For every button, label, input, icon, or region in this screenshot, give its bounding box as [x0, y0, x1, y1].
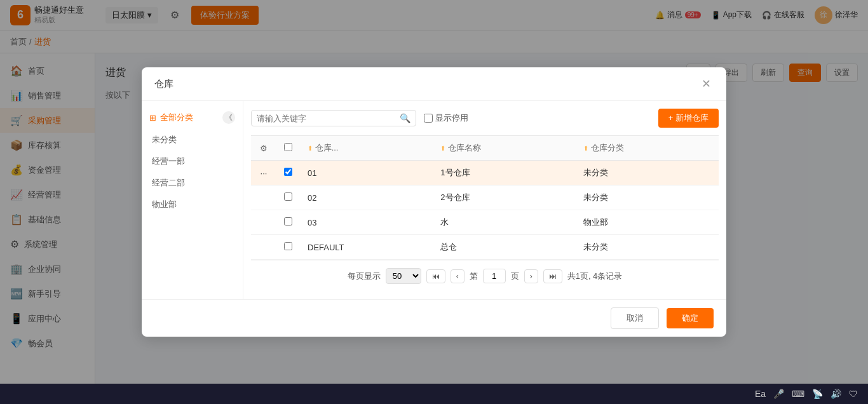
grid-icon: ⊞ [149, 113, 156, 123]
col-header-code: ⬆ 仓库... [300, 136, 433, 161]
row-name: 1号仓库 [433, 161, 576, 185]
page-summary: 共1页, 4条记录 [567, 271, 623, 282]
category-item-op2[interactable]: 经营二部 [142, 172, 243, 194]
table-row[interactable]: 03 水 物业部 [251, 210, 719, 235]
page-input[interactable] [483, 269, 506, 283]
per-page-select[interactable]: 50 20 100 [386, 268, 421, 284]
search-input-wrap: 🔍 [251, 110, 416, 126]
modal-header: 仓库 ✕ [142, 67, 726, 101]
col-header-name: ⬆ 仓库名称 [433, 136, 576, 161]
table-panel: 🔍 显示停用 + 新增仓库 ⚙ [243, 101, 726, 299]
show-disabled-wrap: 显示停用 [424, 112, 468, 124]
table-row[interactable]: ··· 01 1号仓库 未分类 [251, 161, 719, 185]
row-checkbox-cell[interactable] [276, 185, 300, 210]
row-checkbox[interactable] [284, 242, 292, 250]
col-header-gear: ⚙ [251, 136, 276, 161]
pagination: 每页显示 50 20 100 ⏮ ‹ 第 页 › ⏭ 共1页, 4条记录 [251, 260, 719, 292]
row-category: 未分类 [576, 161, 719, 185]
first-page-button[interactable]: ⏮ [426, 269, 445, 283]
cancel-button[interactable]: 取消 [611, 307, 659, 329]
sort-icon-cat: ⬆ [583, 145, 588, 152]
select-all-checkbox[interactable] [284, 143, 292, 151]
all-categories-item[interactable]: ⊞ 全部分类 《 [142, 106, 243, 129]
last-page-button[interactable]: ⏭ [543, 269, 562, 283]
row-code: 03 [300, 210, 433, 235]
row-name: 水 [433, 210, 576, 235]
category-item-uncat[interactable]: 未分类 [142, 129, 243, 151]
taskbar-label: Ea [755, 389, 766, 399]
row-checkbox-cell[interactable] [276, 235, 300, 260]
row-code: DEFAULT [300, 235, 433, 260]
row-category: 未分类 [576, 185, 719, 210]
collapse-button[interactable]: 《 [222, 111, 235, 124]
row-category: 未分类 [576, 235, 719, 260]
all-categories-label: 全部分类 [160, 112, 193, 123]
modal-close-button[interactable]: ✕ [698, 76, 714, 91]
warehouse-modal: 仓库 ✕ ⊞ 全部分类 《 未分类 经营一部 经营二部 物业部 [142, 67, 726, 337]
row-checkbox[interactable] [284, 168, 292, 176]
confirm-button[interactable]: 确定 [667, 308, 714, 328]
keyboard-icon[interactable]: ⌨ [792, 389, 804, 399]
sort-icon-code: ⬆ [308, 145, 313, 152]
row-code: 01 [300, 161, 433, 185]
show-disabled-label: 显示停用 [435, 112, 468, 124]
table-row[interactable]: DEFAULT 总仓 未分类 [251, 235, 719, 260]
row-gear [251, 235, 276, 260]
table-wrapper: ⚙ ⬆ 仓库... ⬆ [251, 135, 719, 260]
row-checkbox-cell[interactable] [276, 210, 300, 235]
search-icon: 🔍 [400, 113, 410, 123]
row-gear: ··· [251, 161, 276, 185]
modal-overlay: 仓库 ✕ ⊞ 全部分类 《 未分类 经营一部 经营二部 物业部 [0, 0, 868, 404]
next-page-button[interactable]: › [524, 269, 538, 283]
category-item-property[interactable]: 物业部 [142, 194, 243, 215]
row-name: 总仓 [433, 235, 576, 260]
warehouse-table: ⚙ ⬆ 仓库... ⬆ [251, 135, 719, 260]
add-warehouse-button[interactable]: + 新增仓库 [658, 109, 719, 128]
row-gear [251, 210, 276, 235]
shield-icon: 🛡 [849, 389, 858, 399]
row-category: 物业部 [576, 210, 719, 235]
sort-icon-name: ⬆ [440, 145, 445, 152]
row-code: 02 [300, 185, 433, 210]
modal-footer: 取消 确定 [142, 299, 726, 337]
col-header-category: ⬆ 仓库分类 [576, 136, 719, 161]
show-disabled-checkbox[interactable] [424, 114, 433, 123]
page-label: 第 [470, 271, 478, 282]
row-checkbox[interactable] [284, 192, 292, 201]
row-gear [251, 185, 276, 210]
col-header-checkbox [276, 136, 300, 161]
search-input[interactable] [257, 114, 400, 123]
bottom-taskbar: Ea 🎤 ⌨ 📡 🔊 🛡 [0, 384, 868, 404]
modal-body: ⊞ 全部分类 《 未分类 经营一部 经营二部 物业部 🔍 [142, 101, 726, 299]
row-name: 2号仓库 [433, 185, 576, 210]
row-checkbox[interactable] [284, 217, 292, 226]
row-checkbox-cell[interactable] [276, 161, 300, 185]
volume-icon[interactable]: 🔊 [831, 389, 841, 399]
table-row[interactable]: 02 2号仓库 未分类 [251, 185, 719, 210]
category-panel: ⊞ 全部分类 《 未分类 经营一部 经营二部 物业部 [142, 101, 243, 299]
modal-title: 仓库 [154, 78, 173, 90]
table-toolbar: 🔍 显示停用 + 新增仓库 [251, 109, 719, 128]
category-item-op1[interactable]: 经营一部 [142, 151, 243, 172]
gear-col-icon: ⚙ [260, 144, 268, 153]
network-icon: 📡 [812, 389, 823, 399]
per-page-label: 每页显示 [348, 271, 381, 282]
prev-page-button[interactable]: ‹ [451, 269, 465, 283]
mic-icon[interactable]: 🎤 [773, 389, 784, 399]
page-unit: 页 [511, 271, 519, 282]
